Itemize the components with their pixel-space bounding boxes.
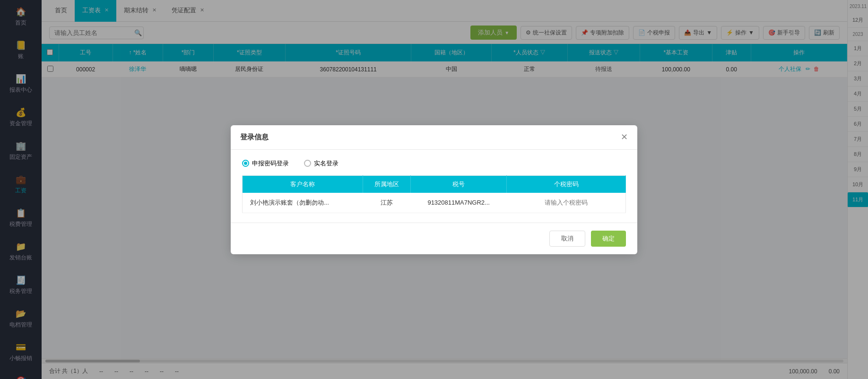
modal-body: 申报密码登录 实名登录 客户名称 所属地区 税号 个税密码	[231, 150, 637, 223]
confirm-button[interactable]: 确定	[591, 231, 626, 247]
cancel-button[interactable]: 取消	[549, 231, 585, 247]
radio-option-password[interactable]: 申报密码登录	[242, 159, 289, 168]
modal-client-name: 刘小艳演示账套（勿删勿动...	[243, 193, 363, 213]
modal-client-region: 江苏	[363, 193, 411, 213]
modal-header-password: 个税密码	[507, 175, 626, 193]
login-info-modal: 登录信息 ✕ 申报密码登录 实名登录 客户名称 所属地区	[231, 125, 637, 254]
modal-close-button[interactable]: ✕	[621, 133, 628, 141]
modal-header-region: 所属地区	[363, 175, 411, 193]
modal-tax-number: 91320811MA7NGR2...	[411, 193, 507, 213]
radio-option-realname[interactable]: 实名登录	[304, 159, 339, 168]
modal-header-tax-number: 税号	[411, 175, 507, 193]
modal-password-cell[interactable]	[507, 193, 626, 213]
modal-header: 登录信息 ✕	[231, 125, 637, 150]
modal-client-table: 客户名称 所属地区 税号 个税密码 刘小艳演示账套（勿删勿动... 江苏 913…	[242, 175, 626, 213]
modal-title: 登录信息	[240, 133, 269, 142]
modal-table-row: 刘小艳演示账套（勿删勿动... 江苏 91320811MA7NGR2...	[243, 193, 626, 213]
radio-password-dot	[242, 160, 249, 167]
tax-password-input[interactable]	[512, 199, 620, 206]
modal-footer: 取消 确定	[231, 223, 637, 254]
radio-realname-dot	[304, 160, 311, 167]
modal-header-client: 客户名称	[243, 175, 363, 193]
login-method-radio-group: 申报密码登录 实名登录	[242, 159, 626, 168]
modal-overlay[interactable]: 登录信息 ✕ 申报密码登录 实名登录 客户名称 所属地区	[0, 0, 868, 379]
